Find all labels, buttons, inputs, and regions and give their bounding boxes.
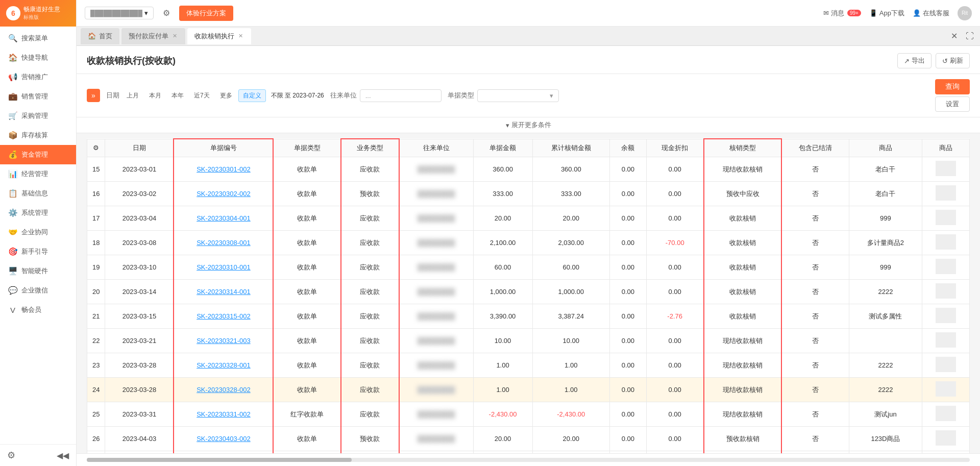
row-no: 16 bbox=[87, 182, 105, 206]
filter-expand-button[interactable]: » bbox=[87, 89, 100, 102]
row-canceltype: 收款核销 bbox=[704, 304, 782, 329]
tab-close-prepay[interactable]: ✕ bbox=[172, 32, 178, 40]
col-settings[interactable]: ⚙ bbox=[87, 139, 105, 157]
scrollbar-thumb[interactable] bbox=[87, 458, 352, 462]
row-doctype: 收款单 bbox=[273, 231, 341, 255]
workspace-name: ████████████ bbox=[90, 10, 142, 17]
user-avatar[interactable]: Rit bbox=[958, 6, 972, 20]
row-product1: 老白干 bbox=[849, 182, 922, 206]
col-date-header: 日期 bbox=[105, 139, 174, 157]
horizontal-scrollbar[interactable] bbox=[87, 458, 970, 462]
sidebar-item-operations[interactable]: 📊 经营管理 bbox=[0, 164, 76, 184]
data-table: ⚙ 日期 单据编号 单据类型 业务类型 往来单位 单据金额 累计核销金额 余额 … bbox=[87, 138, 970, 453]
sidebar-item-label: 畅会员 bbox=[21, 305, 41, 314]
purchase-icon: 🛒 bbox=[8, 111, 17, 120]
row-discount: 0.00 bbox=[646, 353, 703, 378]
row-discount: 0.00 bbox=[646, 329, 703, 353]
sidebar-item-finance[interactable]: 💰 资金管理 bbox=[0, 145, 76, 164]
column-settings-icon[interactable]: ⚙ bbox=[93, 144, 99, 152]
sidebar-item-quicknav[interactable]: 🏠 快捷导航 bbox=[0, 48, 76, 67]
sidebar-item-sales[interactable]: 💼 销售管理 bbox=[0, 87, 76, 106]
sidebar-item-basicinfo[interactable]: 📋 基础信息 bbox=[0, 184, 76, 203]
sidebar-item-hardware[interactable]: 🖥️ 智能硬件 bbox=[0, 261, 76, 281]
row-product1 bbox=[849, 329, 922, 353]
row-balance: 0.00 bbox=[609, 353, 646, 378]
tab-close-writeoff[interactable]: ✕ bbox=[237, 32, 244, 40]
row-date: 2023-03-10 bbox=[105, 255, 174, 280]
close-tab-button[interactable]: ✕ bbox=[949, 29, 960, 43]
row-doctype: 收款单 bbox=[273, 157, 341, 182]
row-included: 否 bbox=[781, 427, 849, 451]
settings-icon[interactable]: ⚙ bbox=[7, 450, 15, 461]
table-row: 26 2023-04-03 SK-20230403-002 收款单 预收款 ██… bbox=[87, 427, 970, 451]
sidebar-item-inventory[interactable]: 📦 库存核算 bbox=[0, 126, 76, 145]
row-amount: 20.00 bbox=[473, 206, 532, 231]
sidebar-item-guide[interactable]: 🎯 新手引导 bbox=[0, 242, 76, 261]
row-order: SK-20230314-001 bbox=[174, 280, 273, 304]
collapse-icon[interactable]: ◀◀ bbox=[57, 451, 69, 460]
col-biztype-header: 业务类型 bbox=[341, 139, 399, 157]
tab-label: 首页 bbox=[99, 32, 112, 41]
row-product1: 123D商品 bbox=[849, 427, 922, 451]
inventory-icon: 📦 bbox=[8, 131, 17, 140]
row-amount: 20.00 bbox=[473, 427, 532, 451]
sidebar-item-weixin[interactable]: 💬 企业微信 bbox=[0, 281, 76, 300]
row-balance: 0.00 bbox=[609, 157, 646, 182]
sidebar-item-system[interactable]: ⚙️ 系统管理 bbox=[0, 203, 76, 223]
filter-settings-button[interactable]: 设置 bbox=[935, 96, 970, 112]
tab-bar: 🏠 首页 预付款应付单 ✕ 收款核销执行 ✕ ✕ ⛶ bbox=[77, 27, 980, 46]
online-service-button[interactable]: 👤 在线客服 bbox=[913, 9, 949, 18]
maximize-tab-button[interactable]: ⛶ bbox=[964, 30, 976, 43]
doctype-select[interactable]: ▾ bbox=[477, 89, 559, 102]
row-product2 bbox=[922, 280, 969, 304]
row-partner: ████████ bbox=[399, 378, 474, 402]
sidebar-item-search[interactable]: 🔍 搜索菜单 bbox=[0, 29, 76, 48]
row-order: SK-20230331-002 bbox=[174, 402, 273, 427]
row-product1: 测试多属性 bbox=[849, 304, 922, 329]
row-doctype: 收款单 bbox=[273, 329, 341, 353]
industry-solution-button[interactable]: 体验行业方案 bbox=[179, 6, 233, 21]
row-partner: ████████ bbox=[399, 304, 474, 329]
date-tab-last-month[interactable]: 上月 bbox=[122, 90, 143, 102]
tab-home[interactable]: 🏠 首页 bbox=[81, 28, 119, 44]
partner-input[interactable]: ... bbox=[360, 89, 442, 102]
tab-writeoff[interactable]: 收款核销执行 ✕ bbox=[187, 28, 251, 44]
message-label: 消息 bbox=[831, 9, 844, 18]
row-no: 24 bbox=[87, 378, 105, 402]
row-product1: 2222 bbox=[849, 378, 922, 402]
tab-bar-actions: ✕ ⛶ bbox=[949, 29, 976, 43]
sidebar-item-marketing[interactable]: 📢 营销推广 bbox=[0, 67, 76, 87]
sidebar-item-member[interactable]: V 畅会员 bbox=[0, 300, 76, 320]
tab-prepay[interactable]: 预付款应付单 ✕ bbox=[121, 28, 185, 44]
row-product2 bbox=[922, 304, 969, 329]
date-tab-this-year[interactable]: 本年 bbox=[167, 90, 188, 102]
sidebar-item-purchase[interactable]: 🛒 采购管理 bbox=[0, 106, 76, 126]
sidebar-item-collab[interactable]: 🤝 企业协同 bbox=[0, 223, 76, 242]
gear-button[interactable]: ⚙ bbox=[159, 6, 174, 21]
expand-more-button[interactable]: ▾ 展开更多条件 bbox=[506, 120, 551, 130]
app-download-button[interactable]: 📱 App下载 bbox=[869, 9, 904, 18]
date-tab-this-month[interactable]: 本月 bbox=[145, 90, 165, 102]
row-no: 19 bbox=[87, 255, 105, 280]
row-discount: 0.00 bbox=[646, 402, 703, 427]
date-tab-more[interactable]: 更多 bbox=[216, 90, 236, 102]
row-doctype: 收款单 bbox=[273, 427, 341, 451]
sidebar-item-label: 智能硬件 bbox=[21, 266, 48, 276]
query-button[interactable]: 查询 bbox=[935, 79, 970, 94]
table-row: 16 2023-03-02 SK-20230302-002 收款单 预收款 ██… bbox=[87, 182, 970, 206]
date-tab-custom[interactable]: 自定义 bbox=[238, 89, 266, 102]
row-date: 2023-03-04 bbox=[105, 206, 174, 231]
export-button[interactable]: ↗ 导出 bbox=[897, 53, 932, 68]
date-tab-7days[interactable]: 近7天 bbox=[190, 90, 214, 102]
table-row: 20 2023-03-14 SK-20230314-001 收款单 应收款 ██… bbox=[87, 280, 970, 304]
row-amount: 3,390.00 bbox=[473, 304, 532, 329]
row-discount: -70.00 bbox=[646, 231, 703, 255]
message-button[interactable]: ✉ 消息 99+ bbox=[823, 9, 861, 18]
refresh-button[interactable]: ↺ 刷新 bbox=[936, 53, 970, 68]
row-no: 17 bbox=[87, 206, 105, 231]
row-amount: 1.00 bbox=[473, 378, 532, 402]
row-included: 否 bbox=[781, 206, 849, 231]
workspace-selector[interactable]: ████████████ ▾ bbox=[85, 7, 154, 19]
row-product2 bbox=[922, 353, 969, 378]
sidebar-item-label: 采购管理 bbox=[21, 111, 48, 120]
